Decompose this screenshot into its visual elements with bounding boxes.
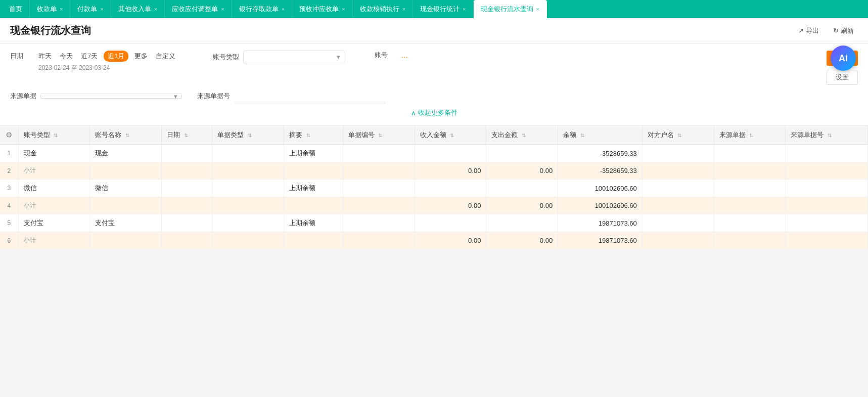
page-title: 现金银行流水查询 bbox=[10, 24, 91, 37]
refresh-button[interactable]: ↻ 刷新 bbox=[829, 24, 858, 37]
source-doc-select[interactable]: ▾ bbox=[40, 94, 182, 99]
cell-account-type: 支付宝 bbox=[18, 214, 90, 232]
column-source-doc[interactable]: 来源单据 ⇅ bbox=[714, 126, 786, 145]
nav-tab-1[interactable]: 付款单 × bbox=[70, 0, 111, 18]
nav-tab-8[interactable]: 现金银行流水查询 × bbox=[474, 0, 547, 18]
nav-tab-0[interactable]: 收款单 × bbox=[30, 0, 70, 18]
row-number: 3 bbox=[0, 180, 18, 197]
collapse-up-icon: ∧ bbox=[411, 109, 416, 117]
account-label: 账号 bbox=[375, 51, 397, 60]
table-row: 6小计0.000.0019871073.60 bbox=[0, 232, 868, 249]
sort-arrows: ⇅ bbox=[828, 133, 832, 138]
sort-arrows: ⇅ bbox=[580, 133, 584, 138]
sort-arrows: ⇅ bbox=[184, 133, 188, 138]
column-account-type[interactable]: 账号类型 ⇅ bbox=[18, 126, 90, 145]
cell-expense bbox=[486, 180, 558, 197]
close-icon[interactable]: × bbox=[60, 6, 63, 12]
column-balance[interactable]: 余额 ⇅ bbox=[558, 126, 643, 145]
close-icon[interactable]: × bbox=[463, 6, 466, 12]
export-button[interactable]: ↗ 导出 bbox=[794, 24, 823, 37]
cell-account-type: 微信 bbox=[18, 180, 90, 197]
close-icon[interactable]: × bbox=[100, 6, 103, 12]
nav-tab-4[interactable]: 银行存取款单 × bbox=[232, 0, 292, 18]
column-expense[interactable]: 支出金额 ⇅ bbox=[486, 126, 558, 145]
date-shortcuts: 昨天 今天 近7天 近1月 更多 自定义 bbox=[36, 51, 177, 62]
nav-tab-7[interactable]: 现金银行统计 × bbox=[413, 0, 473, 18]
row-number: 6 bbox=[0, 232, 18, 249]
date-custom[interactable]: 自定义 bbox=[154, 51, 177, 62]
close-icon[interactable]: × bbox=[402, 6, 405, 12]
nav-tab-2[interactable]: 其他收入单 × bbox=[111, 0, 165, 18]
date-7days[interactable]: 近7天 bbox=[79, 51, 100, 62]
row-number: 1 bbox=[0, 145, 18, 162]
table-row: 3微信微信上期余额100102606.60 bbox=[0, 180, 868, 197]
cell-account-name: 微信 bbox=[90, 180, 162, 197]
table-container: ⚙ 账号类型 ⇅ 账号名称 ⇅ 日期 ⇅ 单据类型 ⇅ bbox=[0, 126, 868, 249]
date-label: 日期 bbox=[10, 52, 32, 61]
nav-tab-6[interactable]: 收款核销执行 × bbox=[353, 0, 413, 18]
cell-balance: 100102606.60 bbox=[558, 197, 643, 214]
dots-button[interactable]: ... bbox=[401, 51, 407, 60]
cell-account-name: 支付宝 bbox=[90, 214, 162, 232]
sort-arrows: ⇅ bbox=[522, 133, 526, 138]
cell-expense: 0.00 bbox=[486, 197, 558, 214]
column-summary[interactable]: 摘要 ⇅ bbox=[284, 126, 343, 145]
date-more[interactable]: 更多 bbox=[132, 51, 150, 62]
cell-balance: -3528659.33 bbox=[558, 145, 643, 162]
column-counterpart[interactable]: 对方户名 ⇅ bbox=[642, 126, 714, 145]
nav-tab-3[interactable]: 应收应付调整单 × bbox=[165, 0, 232, 18]
source-num-input[interactable] bbox=[234, 90, 386, 102]
account-type-select[interactable] bbox=[243, 51, 344, 63]
close-icon[interactable]: × bbox=[342, 6, 345, 12]
cell-balance: 19871073.60 bbox=[558, 214, 643, 232]
cell-income bbox=[415, 180, 486, 197]
cell-income bbox=[415, 145, 486, 162]
table-header-row: ⚙ 账号类型 ⇅ 账号名称 ⇅ 日期 ⇅ 单据类型 ⇅ bbox=[0, 126, 868, 145]
top-nav: 首页 收款单 × 付款单 × 其他收入单 × 应收应付调整单 × 银行存取款单 … bbox=[0, 0, 868, 18]
cell-expense: 0.00 bbox=[486, 162, 558, 180]
date-today[interactable]: 今天 bbox=[58, 51, 75, 62]
nav-home[interactable]: 首页 bbox=[2, 0, 30, 18]
cell-expense bbox=[486, 214, 558, 232]
close-icon[interactable]: × bbox=[282, 6, 285, 12]
row-number: 4 bbox=[0, 197, 18, 214]
gear-icon[interactable]: ⚙ bbox=[6, 130, 12, 139]
ai-badge[interactable]: Ai bbox=[831, 46, 856, 71]
nav-tab-5[interactable]: 预收冲应收单 × bbox=[292, 0, 352, 18]
sort-arrows: ⇅ bbox=[378, 133, 382, 138]
cell-balance: 19871073.60 bbox=[558, 232, 643, 249]
source-filter-row: 来源单据 ▾ 来源单据号 bbox=[10, 90, 858, 102]
sort-arrows: ⇅ bbox=[54, 133, 58, 138]
cell-account-name bbox=[90, 197, 162, 214]
header-actions: ↗ 导出 ↻ 刷新 bbox=[794, 24, 858, 37]
table-row: 2小计0.000.00-3528659.33 bbox=[0, 162, 868, 180]
date-1month[interactable]: 近1月 bbox=[104, 51, 128, 62]
table-row: 5支付宝支付宝上期余额19871073.60 bbox=[0, 214, 868, 232]
cell-account-name bbox=[90, 162, 162, 180]
settings-button[interactable]: 设置 bbox=[827, 70, 858, 85]
column-settings[interactable]: ⚙ bbox=[0, 126, 18, 145]
cell-expense bbox=[486, 145, 558, 162]
column-account-name[interactable]: 账号名称 ⇅ bbox=[90, 126, 162, 145]
column-income[interactable]: 收入金额 ⇅ bbox=[415, 126, 486, 145]
cell-account-type: 小计 bbox=[18, 232, 90, 249]
close-icon[interactable]: × bbox=[221, 6, 224, 12]
cell-income: 0.00 bbox=[415, 162, 486, 180]
cell-income bbox=[415, 214, 486, 232]
close-icon[interactable]: × bbox=[536, 6, 539, 12]
account-type-label: 账号类型 bbox=[213, 53, 239, 62]
cell-expense: 0.00 bbox=[486, 232, 558, 249]
collapse-row[interactable]: ∧ 收起更多条件 bbox=[10, 106, 858, 121]
cell-account-type: 现金 bbox=[18, 145, 90, 162]
close-icon[interactable]: × bbox=[154, 6, 157, 12]
chevron-down-icon: ▾ bbox=[174, 93, 177, 100]
column-date[interactable]: 日期 ⇅ bbox=[162, 126, 212, 145]
cell-account-name: 现金 bbox=[90, 145, 162, 162]
filter-area: 日期 昨天 今天 近7天 近1月 更多 自定义 2023-02-24 至 202… bbox=[0, 43, 868, 126]
column-doc-no[interactable]: 单据编号 ⇅ bbox=[343, 126, 415, 145]
date-yesterday[interactable]: 昨天 bbox=[36, 51, 54, 62]
row-number: 5 bbox=[0, 214, 18, 232]
column-source-doc-no[interactable]: 来源单据号 ⇅ bbox=[786, 126, 868, 145]
column-doc-type[interactable]: 单据类型 ⇅ bbox=[212, 126, 284, 145]
source-num-label: 来源单据号 bbox=[197, 92, 230, 101]
